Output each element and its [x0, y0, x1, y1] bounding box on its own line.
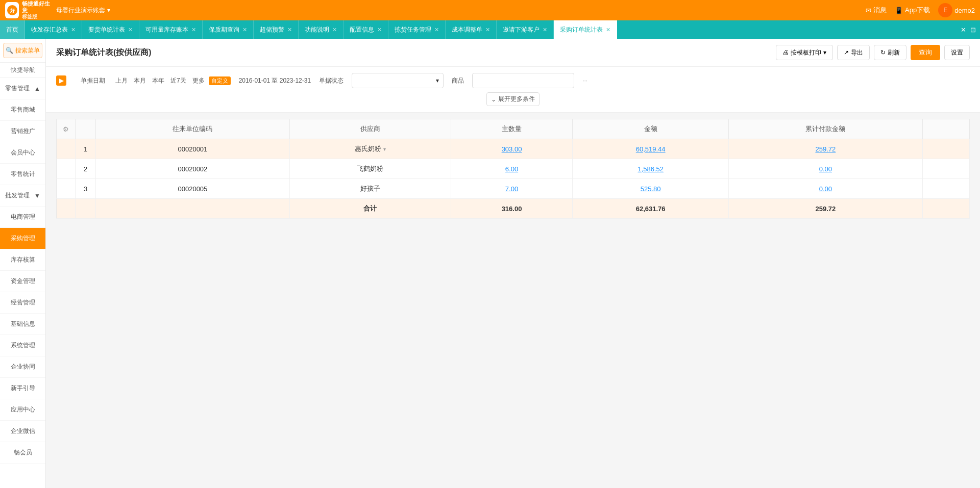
sidebar-item-零售商城[interactable]: 零售商城 — [0, 99, 45, 121]
sidebar-item-零售统计[interactable]: 零售统计 — [0, 164, 45, 185]
tab-home[interactable]: 首页 — [0, 20, 25, 39]
sidebar-item-应用中心[interactable]: 应用中心 — [0, 399, 45, 421]
export-icon: ↗ — [844, 49, 849, 56]
message-btn[interactable]: ✉ 消息 — [866, 6, 887, 15]
tab-邀请下游客户[interactable]: 邀请下游客户 ✕ — [497, 20, 554, 39]
tab-close-icon[interactable]: ✕ — [434, 27, 439, 33]
expand-more-btn[interactable]: ⌄ 展开更多条件 — [486, 92, 540, 106]
tab-配置信息[interactable]: 配置信息 ✕ — [344, 20, 388, 39]
print-arrow-icon: ▾ — [823, 49, 826, 56]
gear-icon[interactable]: ⚙ — [63, 125, 69, 133]
tab-close-icon[interactable]: ✕ — [543, 27, 547, 33]
col-amount: 金额 — [573, 119, 729, 139]
row-index-cell: 3 — [76, 179, 96, 199]
tab-close-icon[interactable]: ✕ — [191, 27, 196, 33]
row-amount-cell[interactable]: 60,519.44 — [573, 139, 729, 159]
shortcut-this-month[interactable]: 本月 — [132, 75, 148, 86]
sidebar-item-新手引导[interactable]: 新手引导 — [0, 378, 45, 399]
tab-close-icon[interactable]: ✕ — [287, 27, 292, 33]
date-range-display: 2016-01-01 至 2023-12-31 — [239, 76, 311, 85]
table-row[interactable]: 1 00020001 惠氏奶粉 ▾ 303.00 60,519.44 259.7… — [57, 139, 970, 159]
sidebar-item-畅会员[interactable]: 畅会员 — [0, 442, 45, 464]
search-menu-button[interactable]: 🔍 搜索菜单 — [3, 43, 42, 58]
tab-保质期查询[interactable]: 保质期查询 ✕ — [203, 20, 254, 39]
row-qty-cell[interactable]: 6.00 — [451, 159, 573, 179]
sidebar-item-库存核算[interactable]: 库存核算 — [0, 249, 45, 271]
tab-可用量库存账本[interactable]: 可用量库存账本 ✕ — [139, 20, 203, 39]
tab-成本调整单[interactable]: 成本调整单 ✕ — [446, 20, 497, 39]
sidebar-item-会员中心[interactable]: 会员中心 — [0, 142, 45, 164]
tab-close-icon[interactable]: ✕ — [242, 27, 247, 33]
supplier-arrow-icon: ▾ — [383, 146, 386, 152]
row-amount-cell[interactable]: 525.80 — [573, 179, 729, 199]
tab-close-icon[interactable]: ✕ — [606, 27, 610, 33]
row-supplier-cell: 惠氏奶粉 ▾ — [289, 139, 451, 159]
tab-close-icon[interactable]: ✕ — [332, 27, 337, 33]
row-index-cell: 1 — [76, 139, 96, 159]
sidebar-item-经营管理[interactable]: 经营管理 — [0, 292, 45, 314]
status-filter-label: 单据状态 — [319, 76, 344, 85]
more-filter-icon[interactable]: ··· — [582, 77, 587, 84]
shortcut-last-month[interactable]: 上月 — [113, 75, 130, 86]
sidebar-item-营销推广[interactable]: 营销推广 — [0, 121, 45, 142]
sidebar-search-area: 🔍 搜索菜单 — [0, 39, 45, 63]
print-button[interactable]: 🖨 按模板打印 ▾ — [776, 45, 833, 60]
row-extra-cell — [922, 139, 969, 159]
tab-close-icon[interactable]: ✕ — [71, 27, 76, 33]
sidebar-item-企业协同[interactable]: 企业协同 — [0, 356, 45, 378]
tab-超储预警[interactable]: 超储预警 ✕ — [254, 20, 299, 39]
sidebar-item-企业微信[interactable]: 企业微信 — [0, 421, 45, 442]
tab-close-icon[interactable]: ✕ — [485, 27, 490, 33]
goods-filter-label: 商品 — [452, 76, 464, 85]
app-download-btn[interactable]: 📱 App下载 — [895, 6, 930, 15]
refresh-button[interactable]: ↻ 刷新 — [874, 45, 906, 60]
nav-maximize-icon[interactable]: ⊡ — [970, 26, 976, 34]
col-settings[interactable]: ⚙ — [57, 119, 76, 139]
main-layout: 🔍 搜索菜单 快捷导航 零售管理 ▲ 零售商城 营销推广 会员中心 零售统计 批… — [0, 39, 980, 488]
goods-input[interactable] — [472, 73, 574, 88]
tab-要货单统计表[interactable]: 要货单统计表 ✕ — [82, 20, 139, 39]
sidebar: 🔍 搜索菜单 快捷导航 零售管理 ▲ 零售商城 营销推广 会员中心 零售统计 批… — [0, 39, 46, 488]
shortcut-7days[interactable]: 近7天 — [168, 75, 188, 86]
sidebar-item-采购管理[interactable]: 采购管理 — [0, 228, 45, 249]
settings-button[interactable]: 设置 — [944, 45, 970, 60]
table-row[interactable]: 2 00020002 飞鹤奶粉 6.00 1,586.52 0.00 — [57, 159, 970, 179]
shortcut-more[interactable]: 更多 — [190, 75, 207, 86]
row-index-cell: 2 — [76, 159, 96, 179]
tab-采购订单统计表[interactable]: 采购订单统计表 ✕ — [554, 20, 617, 39]
row-amount-cell[interactable]: 1,586.52 — [573, 159, 729, 179]
tab-收发存汇总表[interactable]: 收发存汇总表 ✕ — [25, 20, 82, 39]
sidebar-quick-nav[interactable]: 快捷导航 — [0, 63, 45, 78]
tab-close-icon[interactable]: ✕ — [128, 27, 133, 33]
row-paid-cell[interactable]: 0.00 — [728, 179, 922, 199]
row-qty-cell[interactable]: 7.00 — [451, 179, 573, 199]
row-settings-cell — [57, 159, 76, 179]
sidebar-item-系统管理[interactable]: 系统管理 — [0, 335, 45, 356]
data-table: ⚙ 往来单位编码 供应商 主数量 金额 累计付款金额 1 — [56, 119, 970, 219]
status-select[interactable]: ▾ — [352, 73, 444, 88]
shortcut-this-year[interactable]: 本年 — [150, 75, 166, 86]
sidebar-item-资金管理[interactable]: 资金管理 — [0, 271, 45, 292]
row-paid-cell[interactable]: 0.00 — [728, 159, 922, 179]
filter-row-2: ⌄ 展开更多条件 — [56, 92, 970, 106]
table-row[interactable]: 3 00020005 好孩子 7.00 525.80 0.00 — [57, 179, 970, 199]
tab-功能说明[interactable]: 功能说明 ✕ — [299, 20, 344, 39]
tab-close-icon[interactable]: ✕ — [377, 27, 382, 33]
logo-icon: 好 — [5, 2, 19, 18]
sidebar-item-批发管理[interactable]: 批发管理 ▼ — [0, 185, 45, 207]
nav-close-icon[interactable]: ✕ — [961, 26, 966, 34]
col-index — [76, 119, 96, 139]
export-button[interactable]: ↗ 导出 — [837, 45, 870, 60]
toggle-filter-btn[interactable]: ▶ — [56, 75, 66, 86]
sidebar-item-零售管理[interactable]: 零售管理 ▲ — [0, 78, 45, 99]
row-code-cell: 00020002 — [96, 159, 290, 179]
tab-拣货任务管理[interactable]: 拣货任务管理 ✕ — [388, 20, 446, 39]
sidebar-item-电商管理[interactable]: 电商管理 — [0, 207, 45, 228]
col-supplier: 供应商 — [289, 119, 451, 139]
user-avatar[interactable]: E demo2 — [938, 3, 975, 17]
row-qty-cell[interactable]: 303.00 — [451, 139, 573, 159]
workspace-selector[interactable]: 母婴行业演示账套 ▾ — [56, 6, 110, 15]
row-paid-cell[interactable]: 259.72 — [728, 139, 922, 159]
query-button[interactable]: 查询 — [911, 45, 940, 60]
sidebar-item-基础信息[interactable]: 基础信息 — [0, 314, 45, 335]
